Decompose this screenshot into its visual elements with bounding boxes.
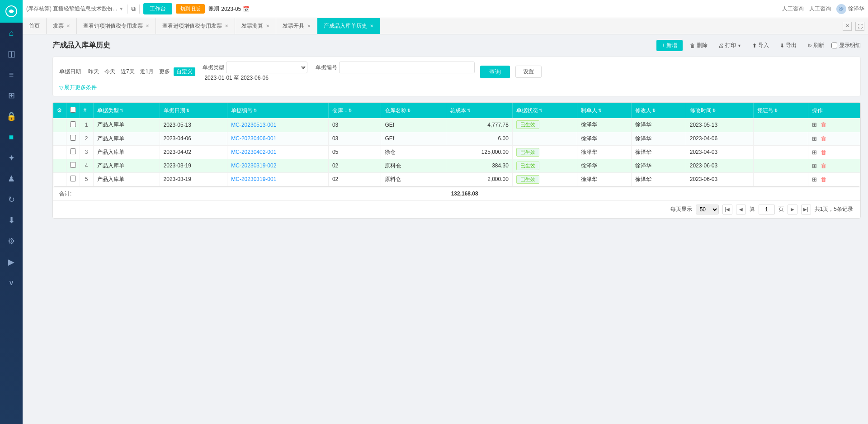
cell-number-link-1[interactable]: MC-20230513-001 xyxy=(231,122,276,128)
sidebar-icon-settings[interactable]: ⚙ xyxy=(0,231,23,252)
cell-number-link-2[interactable]: MC-20230406-001 xyxy=(231,135,276,142)
expand-more-conditions[interactable]: ▽ 展开更多条件 xyxy=(59,84,854,91)
tab-invoice[interactable]: 发票 ✕ xyxy=(47,18,77,34)
delete-button[interactable]: 🗑 删除 xyxy=(686,40,711,51)
print-button[interactable]: 🖨 打印 ▼ xyxy=(715,40,745,51)
sidebar-icon-document[interactable]: ◫ xyxy=(0,43,23,64)
next-page-btn[interactable]: ▶ xyxy=(788,205,797,214)
delete-btn-4[interactable]: 🗑 xyxy=(821,162,826,169)
import-button[interactable]: ⬆ 导入 xyxy=(749,40,773,51)
edit-btn-2[interactable]: ⊞ xyxy=(812,135,817,142)
th-creator[interactable]: 制单人 ⇅ xyxy=(577,103,632,118)
th-number[interactable]: 单据编号 ⇅ xyxy=(227,103,329,118)
app-logo[interactable] xyxy=(0,0,23,23)
query-button[interactable]: 查询 xyxy=(480,66,510,78)
cell-number-link-3[interactable]: MC-20230402-001 xyxy=(231,149,276,155)
settings-button[interactable]: 设置 xyxy=(515,66,542,78)
company-dropdown-icon[interactable]: ▼ xyxy=(119,6,123,11)
th-type-sort[interactable]: 单据类型 ⇅ xyxy=(97,107,156,114)
th-modify-time-sort[interactable]: 修改时间 ⇅ xyxy=(690,107,750,114)
tab-purchase-vat[interactable]: 查看进项增值税专用发票 ✕ xyxy=(156,18,235,34)
date-more-btn[interactable]: 更多 xyxy=(157,67,172,76)
row-checkbox-4[interactable] xyxy=(70,162,76,168)
cell-checkbox-2[interactable] xyxy=(66,132,80,145)
th-total-cost-sort[interactable]: 总成本 ⇅ xyxy=(450,107,509,114)
th-type[interactable]: 单据类型 ⇅ xyxy=(93,103,160,118)
th-date[interactable]: 单据日期 ⇅ xyxy=(160,103,227,118)
period-calendar-icon[interactable]: 📅 xyxy=(243,6,250,12)
select-all-checkbox[interactable] xyxy=(70,107,76,113)
sidebar-icon-play[interactable]: ▶ xyxy=(0,252,23,272)
tab-product-inbound[interactable]: 产成品入库单历史 ✕ xyxy=(317,18,380,34)
cell-number-2[interactable]: MC-20230406-001 xyxy=(227,132,329,145)
tab-invoice-close[interactable]: ✕ xyxy=(66,24,70,29)
type-filter-select[interactable] xyxy=(226,62,307,73)
sidebar-icon-inventory[interactable]: ■ xyxy=(0,127,23,148)
user-info[interactable]: 徐 徐泽华 xyxy=(836,4,864,14)
tab-invoice-open-close[interactable]: ✕ xyxy=(307,24,311,29)
sidebar-icon-download[interactable]: ⬇ xyxy=(0,210,23,231)
sidebar-icon-people[interactable]: ♟ xyxy=(0,168,23,189)
refresh-button[interactable]: ↻ 刷新 xyxy=(804,40,828,51)
cell-checkbox-1[interactable] xyxy=(66,118,80,132)
support-text[interactable]: 人工咨询 xyxy=(809,5,831,13)
tab-invoice-calc-close[interactable]: ✕ xyxy=(266,24,269,29)
row-checkbox-5[interactable] xyxy=(70,176,76,181)
switch-version-button[interactable]: 切到旧版 xyxy=(176,4,205,14)
tab-sales-vat-close[interactable]: ✕ xyxy=(146,24,149,29)
date-1month-btn[interactable]: 近1月 xyxy=(138,67,156,76)
row-checkbox-1[interactable] xyxy=(70,121,76,127)
cell-checkbox-3[interactable] xyxy=(66,145,80,159)
cell-checkbox-4[interactable] xyxy=(66,159,80,172)
edit-btn-4[interactable]: ⊞ xyxy=(812,162,817,169)
cell-checkbox-5[interactable] xyxy=(66,172,80,186)
th-modifier-sort[interactable]: 修改人 ⇅ xyxy=(635,107,682,114)
th-settings[interactable]: ⚙ xyxy=(53,103,66,118)
doc-copy-icon[interactable]: ⧉ xyxy=(131,5,136,13)
th-date-sort[interactable]: 单据日期 ⇅ xyxy=(164,107,224,114)
sidebar-icon-analysis[interactable]: ⊞ xyxy=(0,85,23,106)
date-custom-btn[interactable]: 自定义 xyxy=(174,67,195,76)
export-button[interactable]: ⬇ 导出 xyxy=(776,40,800,51)
number-filter-input[interactable] xyxy=(339,62,475,73)
workbench-button[interactable]: 工作台 xyxy=(143,3,172,14)
th-creator-sort[interactable]: 制单人 ⇅ xyxy=(581,107,627,114)
row-checkbox-3[interactable] xyxy=(70,148,76,154)
cell-number-link-5[interactable]: MC-20230319-001 xyxy=(231,176,276,182)
last-page-btn[interactable]: ▶| xyxy=(801,205,811,214)
cell-number-link-4[interactable]: MC-20230319-002 xyxy=(231,162,276,169)
th-modify-time[interactable]: 修改时间 ⇅ xyxy=(686,103,754,118)
cell-number-5[interactable]: MC-20230319-001 xyxy=(227,172,329,186)
th-status[interactable]: 单据状态 ⇅ xyxy=(512,103,577,118)
edit-btn-5[interactable]: ⊞ xyxy=(812,176,817,183)
th-modifier[interactable]: 修改人 ⇅ xyxy=(632,103,686,118)
tab-home[interactable]: 首页 xyxy=(23,18,47,34)
delete-btn-3[interactable]: 🗑 xyxy=(821,149,826,156)
th-voucher-sort[interactable]: 凭证号 ⇅ xyxy=(757,107,804,114)
per-page-select[interactable]: 50 100 200 xyxy=(696,205,719,214)
th-checkbox[interactable] xyxy=(66,103,80,118)
cell-number-1[interactable]: MC-20230513-001 xyxy=(227,118,329,132)
sidebar-icon-stamp[interactable]: ✦ xyxy=(0,148,23,168)
support-link[interactable]: 人工咨询 xyxy=(782,5,804,13)
show-detail-checkbox[interactable]: 显示明细 xyxy=(831,42,861,49)
row-checkbox-2[interactable] xyxy=(70,135,76,141)
th-voucher[interactable]: 凭证号 ⇅ xyxy=(754,103,808,118)
th-warehouse-name[interactable]: 仓库名称 ⇅ xyxy=(381,103,446,118)
first-page-btn[interactable]: |◀ xyxy=(722,205,732,214)
page-number-input[interactable] xyxy=(759,205,775,214)
window-close-btn[interactable]: ✕ xyxy=(843,22,852,31)
sidebar-icon-refresh2[interactable]: ↻ xyxy=(0,189,23,210)
prev-page-btn[interactable]: ◀ xyxy=(736,205,746,214)
th-total-cost[interactable]: 总成本 ⇅ xyxy=(446,103,512,118)
column-settings-icon[interactable]: ⚙ xyxy=(57,107,62,114)
new-button[interactable]: + 新增 xyxy=(656,40,683,51)
cell-number-4[interactable]: MC-20230319-002 xyxy=(227,159,329,172)
sidebar-icon-v[interactable]: V xyxy=(0,272,23,293)
tab-invoice-open[interactable]: 发票开具 ✕ xyxy=(276,18,317,34)
window-maximize-btn[interactable]: ⛶ xyxy=(855,22,864,31)
company-selector[interactable]: (库存核算) 直播轻挚通信息技术股份... ▼ xyxy=(26,5,123,13)
cell-number-3[interactable]: MC-20230402-001 xyxy=(227,145,329,159)
th-warehouse-code[interactable]: 仓库... ⇅ xyxy=(328,103,381,118)
edit-btn-3[interactable]: ⊞ xyxy=(812,149,817,156)
